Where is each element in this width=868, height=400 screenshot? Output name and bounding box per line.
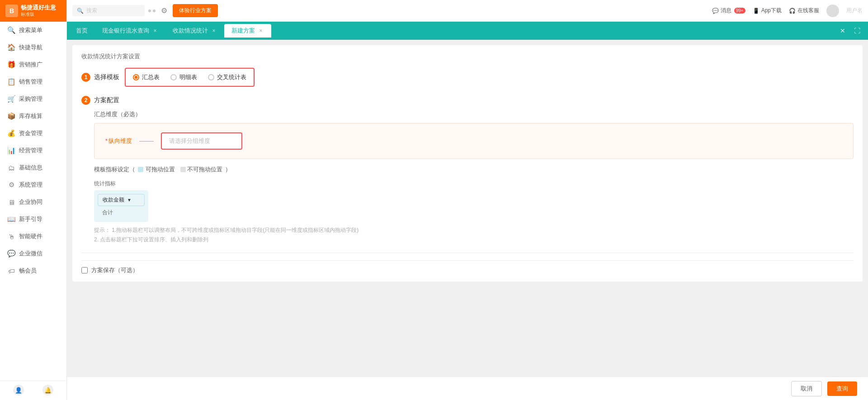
trial-button[interactable]: 体验行业方案	[173, 4, 218, 17]
sidebar-item-basic-info[interactable]: 🗂 基础信息	[0, 159, 66, 176]
topbar-right: 💬 消息 99+ 📱 App下载 🎧 在线客服 用户名	[712, 5, 863, 17]
tab-cash-flow-close[interactable]: ×	[152, 28, 158, 34]
tab-home[interactable]: 首页	[69, 24, 95, 38]
sidebar-item-collab[interactable]: 🖥 企业协同	[0, 193, 66, 211]
sidebar-item-management[interactable]: 📊 经营管理	[0, 142, 66, 159]
content-area: 收款情况统计方案设置 1 选择模板 汇总表	[67, 40, 868, 376]
sidebar-item-search[interactable]: 🔍 搜索菜单	[0, 22, 66, 39]
tab-payment-stats[interactable]: 收款情况统计 ×	[165, 24, 224, 38]
user-avatar[interactable]	[826, 5, 839, 17]
radio-detail-circle	[170, 74, 177, 80]
sidebar-label-finance: 资金管理	[19, 129, 42, 137]
metric-chip-amount[interactable]: 收款金额 ▼	[98, 194, 145, 206]
step1-title: 选择模板	[94, 73, 119, 81]
sidebar-label-marketing: 营销推广	[19, 61, 42, 69]
content-panel: 收款情况统计方案设置 1 选择模板 汇总表	[72, 45, 863, 282]
app-download-item[interactable]: 📱 App下载	[753, 7, 782, 14]
purchase-icon: 🛒	[7, 95, 15, 103]
vertical-dim-label: *纵向维度	[105, 137, 132, 145]
summary-dim-title: 汇总维度（必选）	[94, 110, 854, 118]
sidebar-label-member: 畅会员	[19, 267, 37, 275]
radio-crosstab-circle	[208, 74, 214, 80]
legend-draggable-item: 可拖动位置	[138, 165, 175, 174]
settings-icon[interactable]: ⚙	[159, 5, 169, 17]
sidebar-bottom-icon-1: 👤	[13, 385, 24, 395]
tab-payment-stats-close[interactable]: ×	[211, 28, 217, 34]
tab-maximize-icon[interactable]: ⛶	[852, 25, 863, 36]
notification-icon: 💬	[712, 8, 719, 14]
radio-crosstab[interactable]: 交叉统计表	[208, 73, 246, 81]
metrics-box: 收款金额 ▼ 合计	[94, 190, 148, 222]
query-button[interactable]: 查询	[827, 381, 857, 396]
notification-item[interactable]: 💬 消息 99+	[712, 7, 745, 14]
metric-chip-sub: 合计	[98, 207, 145, 218]
sidebar-item-member[interactable]: 🏷 畅会员	[0, 262, 66, 279]
section-divider	[81, 253, 854, 253]
tab-payment-stats-label: 收款情况统计	[173, 27, 208, 35]
notification-badge: 99+	[734, 8, 745, 14]
save-checkbox[interactable]	[81, 267, 88, 273]
action-footer: 取消 查询	[67, 376, 868, 400]
sidebar-item-wechat[interactable]: 💬 企业微信	[0, 245, 66, 262]
sidebar-item-hardware[interactable]: 🖱 智能硬件	[0, 228, 66, 245]
sidebar-logo: B 畅捷通好生意 标准版	[0, 0, 66, 22]
sidebar-item-purchase[interactable]: 🛒 采购管理	[0, 90, 66, 108]
online-support-item[interactable]: 🎧 在线客服	[789, 7, 819, 14]
tip-1: 提示： 1.拖动标题栏可以调整布局，不可跨维度或指标区域拖动目字段(只能在同一维…	[94, 226, 854, 234]
metrics-config-header: 模板指标设定（ 可拖动位置 不可拖动位置 ）	[94, 165, 854, 174]
config-body: *纵向维度 —— 请选择分组维度	[94, 123, 854, 159]
sidebar-item-home[interactable]: 🏠 快捷导航	[0, 39, 66, 56]
tip-2: 2. 点击标题栏下拉可设置排序、插入列和删除列	[94, 236, 854, 244]
main-area: 🔍 搜索 ⚙ 体验行业方案 💬 消息 99+ 📱 App下载 🎧 在线客服	[67, 0, 868, 400]
tab-minimize-icon[interactable]: ✕	[837, 25, 848, 36]
step1-number: 1	[81, 73, 90, 82]
required-mark: *	[105, 137, 108, 144]
dimension-arrow: ——	[139, 137, 154, 145]
step2-header: 2 方案配置	[81, 96, 854, 105]
system-icon: ⚙	[7, 181, 15, 189]
basic-info-icon: 🗂	[7, 164, 15, 172]
template-selection: 汇总表 明细表 交叉统计表	[125, 68, 255, 87]
guide-icon: 📖	[7, 215, 15, 223]
radio-detail[interactable]: 明细表	[170, 73, 197, 81]
sidebar-label-inventory: 库存核算	[19, 112, 42, 120]
sidebar-item-finance[interactable]: 💰 资金管理	[0, 125, 66, 142]
sidebar-label-guide: 新手引导	[19, 215, 42, 223]
sidebar-item-inventory[interactable]: 📦 库存核算	[0, 108, 66, 125]
topbar-search-icon: 🔍	[77, 8, 84, 14]
topbar-search-box[interactable]: 🔍 搜索	[72, 5, 145, 16]
radio-summary[interactable]: 汇总表	[133, 73, 160, 81]
wechat-icon: 💬	[7, 249, 15, 258]
sidebar-label-basic-info: 基础信息	[19, 164, 42, 172]
sidebar-label-hardware: 智能硬件	[19, 232, 42, 240]
sidebar-bottom-item-2[interactable]: 🔔	[42, 385, 53, 396]
hardware-icon: 🖱	[7, 232, 15, 240]
sidebar-bottom-item-1[interactable]: 👤	[13, 385, 24, 396]
cancel-button[interactable]: 取消	[791, 381, 822, 396]
sidebar-label-search: 搜索菜单	[19, 26, 42, 34]
sidebar-item-system[interactable]: ⚙ 系统管理	[0, 176, 66, 193]
sidebar-item-marketing[interactable]: 🎁 营销推广	[0, 56, 66, 73]
logo-text-group: 畅捷通好生意 标准版	[21, 4, 56, 18]
tab-new-plan[interactable]: 新建方案 ×	[224, 24, 271, 38]
step2-section: 2 方案配置 汇总维度（必选） *纵向维度 —— 请选择分组维度	[81, 96, 854, 244]
legend-fixed-item: 不可拖动位置	[180, 165, 222, 174]
tabbar: 首页 现金银行流水查询 × 收款情况统计 × 新建方案 × ✕ ⛶	[67, 22, 868, 40]
step2-title: 方案配置	[94, 96, 119, 104]
step1-section: 1 选择模板 汇总表 明细表	[81, 68, 854, 87]
radio-summary-label: 汇总表	[142, 73, 160, 81]
sidebar-item-sales[interactable]: 📋 销售管理	[0, 73, 66, 90]
metrics-config-label: 模板指标设定（	[94, 165, 135, 174]
username-label: 用户名	[846, 7, 863, 14]
notification-label: 消息	[721, 7, 731, 14]
tab-new-plan-close[interactable]: ×	[258, 28, 264, 34]
tips-section: 提示： 1.拖动标题栏可以调整布局，不可跨维度或指标区域拖动目字段(只能在同一维…	[94, 226, 854, 244]
radio-detail-label: 明细表	[179, 73, 197, 81]
tab-cash-flow[interactable]: 现金银行流水查询 ×	[95, 24, 165, 38]
sidebar-bottom-icon-2: 🔔	[42, 385, 53, 395]
groupby-selector[interactable]: 请选择分组维度	[161, 132, 242, 150]
footer-save: 方案保存（可选）	[81, 260, 854, 274]
sidebar-bottom: 👤 🔔	[0, 381, 66, 400]
topbar-search-placeholder: 搜索	[86, 7, 97, 14]
sidebar-item-guide[interactable]: 📖 新手引导	[0, 211, 66, 228]
